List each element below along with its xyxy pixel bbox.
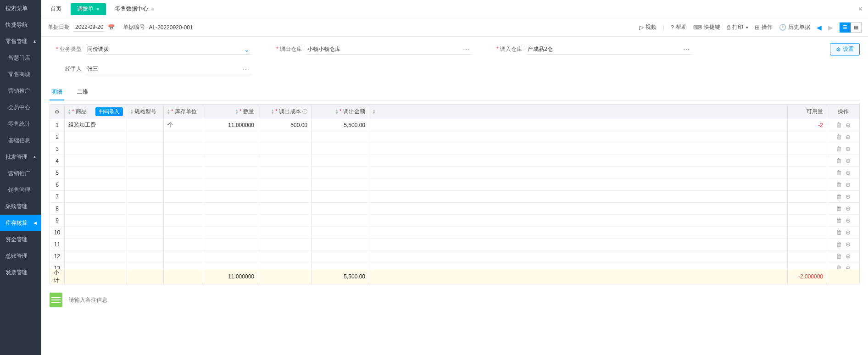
cell[interactable]: 6 bbox=[50, 179, 65, 190]
cell[interactable] bbox=[788, 191, 827, 202]
cell[interactable] bbox=[369, 155, 788, 166]
cell[interactable] bbox=[258, 179, 312, 190]
cell[interactable] bbox=[788, 131, 827, 143]
sort-icon[interactable]: ▴▾ bbox=[167, 109, 170, 114]
cell[interactable]: 11.000000 bbox=[203, 119, 258, 131]
cell[interactable] bbox=[788, 227, 827, 238]
cell[interactable] bbox=[127, 131, 164, 143]
cell[interactable]: 5,500.00 bbox=[312, 119, 369, 131]
close-icon[interactable]: × bbox=[96, 6, 100, 12]
cell[interactable] bbox=[312, 239, 369, 250]
cell[interactable] bbox=[164, 227, 203, 238]
cell[interactable]: 4 bbox=[50, 155, 65, 166]
cell[interactable] bbox=[369, 215, 788, 226]
calendar-icon[interactable]: 📅 bbox=[108, 24, 115, 31]
cell[interactable] bbox=[788, 239, 827, 250]
table-row[interactable]: 13🗑⊕ bbox=[50, 262, 859, 269]
cell[interactable] bbox=[258, 143, 312, 155]
delete-row-icon[interactable]: 🗑 bbox=[836, 181, 842, 188]
sidebar-item-15[interactable]: 总账管理 bbox=[0, 248, 41, 264]
list-view-toggle[interactable]: ☰ bbox=[840, 22, 851, 33]
add-row-icon[interactable]: ⊕ bbox=[846, 229, 851, 236]
cell[interactable] bbox=[164, 239, 203, 250]
cell[interactable] bbox=[788, 250, 827, 262]
cell[interactable] bbox=[312, 155, 369, 166]
cell[interactable] bbox=[369, 239, 788, 250]
col-amt[interactable]: ▴▾调出金额 bbox=[312, 105, 369, 119]
table-row[interactable]: 1组装加工费个11.000000500.005,500.00-2🗑⊕ bbox=[50, 119, 859, 131]
history-button[interactable]: 🕐历史单据 bbox=[779, 23, 810, 31]
biz-type-field[interactable]: 业务类型 ⌄ bbox=[50, 43, 251, 55]
cell[interactable] bbox=[312, 179, 369, 190]
cell[interactable] bbox=[65, 239, 127, 250]
cell[interactable] bbox=[164, 155, 203, 166]
sidebar-item-11[interactable]: 销售管理 bbox=[0, 182, 41, 198]
cell[interactable] bbox=[65, 227, 127, 238]
cell[interactable] bbox=[312, 227, 369, 238]
cell[interactable] bbox=[369, 167, 788, 178]
sidebar-item-1[interactable]: 快捷导航 bbox=[0, 17, 41, 33]
cell[interactable] bbox=[369, 179, 788, 190]
tab-2[interactable]: 零售数据中心× bbox=[109, 3, 161, 15]
delete-row-icon[interactable]: 🗑 bbox=[836, 253, 842, 260]
cell[interactable] bbox=[369, 191, 788, 202]
cell[interactable] bbox=[203, 179, 258, 190]
column-config-button[interactable]: ⚙ bbox=[50, 105, 65, 119]
cell[interactable] bbox=[203, 167, 258, 178]
cell[interactable] bbox=[203, 215, 258, 226]
add-row-icon[interactable]: ⊕ bbox=[846, 181, 851, 188]
cell[interactable] bbox=[65, 191, 127, 202]
cell[interactable] bbox=[312, 250, 369, 262]
cell[interactable] bbox=[65, 143, 127, 155]
cell[interactable] bbox=[127, 227, 164, 238]
cell[interactable] bbox=[164, 143, 203, 155]
more-icon[interactable]: ⋯ bbox=[683, 46, 690, 53]
table-row[interactable]: 6🗑⊕ bbox=[50, 179, 859, 191]
cell[interactable] bbox=[312, 215, 369, 226]
cell[interactable] bbox=[312, 167, 369, 178]
col-qty[interactable]: ▴▾数量 bbox=[203, 105, 258, 119]
sidebar-item-2[interactable]: 零售管理▲ bbox=[0, 33, 41, 50]
cell[interactable] bbox=[788, 203, 827, 214]
close-all-tabs-icon[interactable]: × bbox=[858, 5, 862, 13]
delete-row-icon[interactable]: 🗑 bbox=[836, 145, 842, 152]
cell[interactable] bbox=[127, 262, 164, 269]
cell[interactable]: 9 bbox=[50, 215, 65, 226]
cell[interactable]: -2 bbox=[788, 119, 827, 131]
sidebar-item-13[interactable]: 库存核算◀ bbox=[0, 215, 41, 231]
cell[interactable]: 500.00 bbox=[258, 119, 312, 131]
cell[interactable] bbox=[369, 143, 788, 155]
add-row-icon[interactable]: ⊕ bbox=[846, 193, 851, 200]
in-warehouse-field[interactable]: 调入仓库 ⋯ bbox=[490, 43, 692, 55]
cell[interactable] bbox=[788, 143, 827, 155]
cell[interactable] bbox=[65, 155, 127, 166]
cell[interactable] bbox=[65, 203, 127, 214]
add-row-icon[interactable]: ⊕ bbox=[846, 265, 851, 269]
cell[interactable] bbox=[127, 239, 164, 250]
sidebar-item-8[interactable]: 基础信息 bbox=[0, 132, 41, 149]
sidebar-item-7[interactable]: 零售统计 bbox=[0, 116, 41, 132]
sort-icon[interactable]: ▴▾ bbox=[131, 109, 133, 114]
cell[interactable] bbox=[203, 143, 258, 155]
tab-2d[interactable]: 二维 bbox=[75, 84, 90, 100]
cell[interactable]: 11 bbox=[50, 239, 65, 250]
col-unit[interactable]: ▴▾库存单位 bbox=[164, 105, 203, 119]
cell[interactable] bbox=[65, 131, 127, 143]
sidebar-item-14[interactable]: 资金管理 bbox=[0, 231, 41, 248]
in-wh-input[interactable] bbox=[527, 44, 692, 55]
cell[interactable] bbox=[788, 179, 827, 190]
sort-icon[interactable]: ▴▾ bbox=[336, 109, 338, 114]
cell[interactable] bbox=[164, 167, 203, 178]
table-row[interactable]: 9🗑⊕ bbox=[50, 215, 859, 227]
remark-input[interactable] bbox=[69, 297, 860, 303]
handler-input[interactable] bbox=[86, 64, 251, 74]
cell[interactable] bbox=[788, 215, 827, 226]
help-link[interactable]: ?帮助 bbox=[671, 23, 687, 31]
cell[interactable] bbox=[258, 203, 312, 214]
more-icon[interactable]: ⋯ bbox=[463, 46, 470, 53]
cell[interactable]: 10 bbox=[50, 227, 65, 238]
add-row-icon[interactable]: ⊕ bbox=[846, 169, 851, 176]
cell[interactable] bbox=[127, 167, 164, 178]
cell[interactable] bbox=[203, 262, 258, 269]
video-link[interactable]: ▷视频 bbox=[639, 23, 657, 31]
